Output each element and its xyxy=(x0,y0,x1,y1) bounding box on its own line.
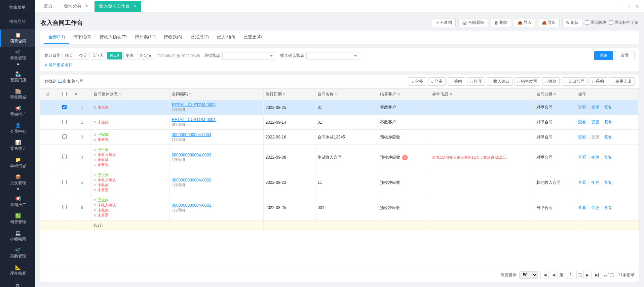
sidebar-item-base-info[interactable]: 📁 基础信息 xyxy=(0,154,35,171)
contract-code-link[interactable]: RETAIL_CUSTOM-0003 xyxy=(172,102,216,107)
first-page-btn[interactable]: |◀ xyxy=(540,271,548,279)
sidebar-item-purchase[interactable]: 🛒 采购管理 xyxy=(0,245,35,262)
date-custom[interactable]: 自定义 xyxy=(138,52,154,59)
tab-contract-category[interactable]: 合同分类 ✕ xyxy=(59,0,94,12)
action-review-btn[interactable]: ○审核 xyxy=(409,77,426,86)
copy-btn[interactable]: 复制 xyxy=(604,105,612,110)
row-checkbox[interactable] xyxy=(62,105,67,109)
action-purchase-btn[interactable]: □采购 xyxy=(590,77,607,86)
view-btn[interactable]: 查看 xyxy=(578,119,586,125)
sidebar-item-marketing[interactable]: 📢 营销推广 xyxy=(0,103,35,120)
minimize-button[interactable]: — xyxy=(616,4,623,9)
change-btn[interactable]: 变更 xyxy=(591,105,599,110)
filter-tab-all[interactable]: 全部(11) xyxy=(44,31,69,44)
sidebar-item-sales[interactable]: 💹 销售管理 xyxy=(0,210,35,228)
view-btn[interactable]: 查看 xyxy=(578,105,586,110)
view-btn[interactable]: 查看 xyxy=(578,134,586,140)
date-today[interactable]: 今天 xyxy=(77,52,89,59)
tab-close-contract-category[interactable]: ✕ xyxy=(85,3,88,8)
sidebar-search[interactable]: 搜索菜单 xyxy=(0,0,35,14)
filter-tab-closed[interactable]: 已关闭(0) xyxy=(213,31,239,44)
sidebar-search-label[interactable]: 搜索菜单 xyxy=(3,5,32,10)
copy-btn[interactable]: 复制 xyxy=(604,155,612,160)
col-error-header[interactable]: 异常信息 ⇅ xyxy=(430,89,534,100)
copy-btn[interactable]: 复制 xyxy=(604,119,612,125)
col-code-header[interactable]: 合同编码 ⇅ xyxy=(169,89,263,100)
row-checkbox[interactable] xyxy=(62,180,67,184)
export-button[interactable]: 📤 导出 xyxy=(538,18,560,27)
date-more[interactable]: 更多 xyxy=(123,52,136,59)
sidebar-item-retail-stats[interactable]: 📊 零售统计 xyxy=(0,137,35,154)
sidebar-item-member[interactable]: 👤 会员中心 xyxy=(0,120,35,137)
sidebar-item-retail[interactable]: 🛒 零售管理 ▲ xyxy=(0,47,35,69)
sidebar-item-xiaoguang[interactable]: 💻 小畅电商 xyxy=(0,228,35,245)
set-button[interactable]: 设置 xyxy=(615,51,635,60)
change-btn[interactable]: 变更 xyxy=(591,180,599,186)
view-btn[interactable]: 查看 xyxy=(578,155,586,160)
date-yesterday[interactable]: 昨天 xyxy=(63,52,75,59)
col-date-header[interactable]: 签订日期 ⇅ xyxy=(263,89,315,100)
contract-board-button[interactable]: 📊 合同看板 xyxy=(458,18,488,27)
sidebar-item-inventory[interactable]: 📐 库存核算 xyxy=(0,262,35,279)
delete-button[interactable]: 🗑 删除 xyxy=(491,18,511,27)
row-checkbox[interactable] xyxy=(62,120,67,124)
action-expense-out-btn[interactable]: □费用支出 xyxy=(609,77,635,86)
row-checkbox-cell[interactable] xyxy=(56,130,73,145)
sidebar-item-smart-store[interactable]: 🏪 智慧门店 xyxy=(0,69,35,86)
contract-code-link[interactable]: 0000000000004-0001 xyxy=(172,203,211,208)
refresh-button[interactable]: ↻ 刷新 xyxy=(562,18,582,27)
import-button[interactable]: 📥 导入 xyxy=(514,18,535,27)
row-checkbox[interactable] xyxy=(62,205,67,209)
row-checkbox-cell[interactable] xyxy=(56,115,73,130)
filter-tab-completed[interactable]: 已完成(1) xyxy=(186,31,213,44)
filter-tab-changed[interactable]: 已变更(4) xyxy=(239,31,266,44)
date-1month[interactable]: 近1月 xyxy=(107,52,122,59)
new-button[interactable]: ＋ + 新增 xyxy=(432,18,456,27)
tab-income-workbench[interactable]: 收入合同工作台 ✕ xyxy=(94,1,142,12)
next-page-btn[interactable]: ▶ xyxy=(583,271,592,279)
view-btn[interactable]: 查看 xyxy=(578,205,586,211)
col-name-header[interactable]: 合同名称 ⇅ xyxy=(315,89,378,100)
col-status-header[interactable]: 合同整体状态 ⇅ xyxy=(91,89,169,100)
settings-icon[interactable]: ⚙ xyxy=(15,283,20,287)
action-expense-contract-btn[interactable]: □支出合同 xyxy=(562,77,587,86)
row-checkbox[interactable] xyxy=(62,134,67,139)
contract-code-link[interactable]: 0000000000004-0004 xyxy=(172,132,211,137)
income-confirm-select[interactable] xyxy=(306,52,360,59)
tab-home[interactable]: 首页 xyxy=(38,0,58,12)
page-size-select[interactable]: 50 100 xyxy=(519,271,538,279)
contract-code-link[interactable]: RETAIL_CUSTOM-0001 xyxy=(172,117,216,122)
row-checkbox[interactable] xyxy=(62,155,67,159)
action-abandon-btn[interactable]: ○弃审 xyxy=(428,77,446,86)
copy-btn[interactable]: 复制 xyxy=(604,134,612,140)
contract-code-link[interactable]: 0000000000004-0003 xyxy=(172,153,211,157)
col-customer-header[interactable]: 结算客户 ⇅ xyxy=(378,89,430,100)
view-btn[interactable]: 查看 xyxy=(578,180,586,186)
row-checkbox-cell[interactable] xyxy=(56,170,73,195)
prev-page-btn[interactable]: ◀ xyxy=(550,271,558,279)
sidebar-item-project[interactable]: 📋 项目合同 xyxy=(0,30,35,47)
copy-btn[interactable]: 复制 xyxy=(604,205,612,211)
page-number-input[interactable] xyxy=(565,271,577,279)
filter-tab-pending-payment[interactable]: 待收款(8) xyxy=(160,31,186,44)
date-7days[interactable]: 近7天 xyxy=(91,52,106,59)
action-close-btn[interactable]: □关闭 xyxy=(448,77,465,86)
col-settings[interactable]: ⚙ xyxy=(40,89,56,100)
col-checkbox-header[interactable] xyxy=(56,89,73,100)
action-income-confirm-btn[interactable]: □收入确认 xyxy=(487,77,513,86)
sidebar-item-marketing2[interactable]: 📢 营销推广 xyxy=(0,193,35,210)
change-btn[interactable]: 变更 xyxy=(591,119,599,125)
filter-tab-pending-invoice[interactable]: 待开票(11) xyxy=(131,31,160,44)
close-button[interactable]: ✕ xyxy=(634,4,641,9)
action-sales-invoice-btn[interactable]: □销售发票 xyxy=(515,77,540,86)
expand-conditions[interactable]: ∨ 展开更多条件 xyxy=(44,62,635,68)
query-button[interactable]: 查询 xyxy=(594,51,613,60)
show-stages-checkbox[interactable]: 显示阶段 xyxy=(585,20,606,26)
change-btn[interactable]: 变更 xyxy=(591,155,599,160)
sidebar-item-wholesale[interactable]: 📦 批发管理 ▲ xyxy=(0,171,35,193)
change-btn[interactable]: 变更 xyxy=(591,205,599,211)
filter-tab-pending-confirm[interactable]: 待收入确认(7) xyxy=(96,31,131,44)
row-checkbox-cell[interactable] xyxy=(56,195,73,220)
sidebar-item-retail-mall[interactable]: 🏬 零售商城 xyxy=(0,86,35,103)
doc-status-select[interactable] xyxy=(222,52,276,59)
